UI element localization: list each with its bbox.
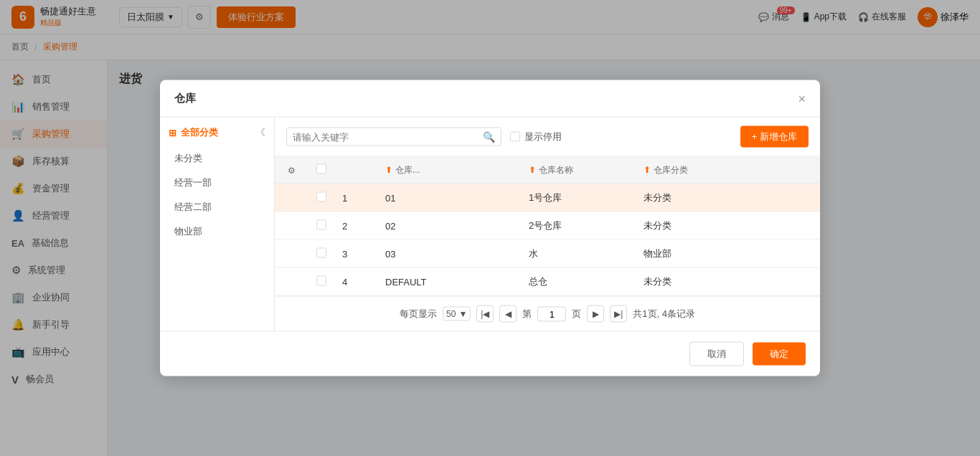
total-label: 共1页, 4条记录: [633, 308, 695, 320]
collapse-icon[interactable]: 《: [255, 126, 265, 139]
row-check-3: [308, 239, 334, 267]
category-item-3[interactable]: 物业部: [160, 219, 274, 244]
category-header: ⊞ 全部分类 《: [160, 126, 274, 146]
category-item-2[interactable]: 经营二部: [160, 195, 274, 219]
page-number-input[interactable]: [537, 306, 566, 321]
row-num-1: 1: [334, 184, 377, 212]
per-page-select[interactable]: 50 ▼: [443, 307, 471, 321]
all-categories-label: 全部分类: [181, 126, 218, 139]
cancel-button[interactable]: 取消: [689, 342, 744, 366]
row-code-3: 03: [377, 239, 520, 267]
all-categories-item[interactable]: ⊞ 全部分类: [169, 126, 218, 139]
row-cat-4: 未分类: [635, 267, 820, 295]
search-input-wrap: 🔍: [286, 128, 501, 146]
category-item-1[interactable]: 经营一部: [160, 171, 274, 195]
warehouse-table: ⚙ ⬆仓库... ⬆仓库名称 ⬆仓库分类 1 01 1号仓库 未分类 2 02 …: [275, 157, 820, 296]
show-disabled-checkbox[interactable]: [510, 132, 520, 142]
row-name-1: 1号仓库: [520, 184, 635, 212]
select-all-checkbox[interactable]: [316, 164, 326, 174]
col-check-header: [308, 157, 334, 184]
page-label: 第: [522, 308, 532, 320]
table-area: 🔍 显示停用 + 新增仓库 ⚙ ⬆仓库... ⬆仓库名称 ⬆仓库分类: [275, 118, 820, 331]
row-cat-2: 未分类: [635, 212, 820, 239]
col-cat-header: ⬆仓库分类: [635, 157, 820, 184]
table-row[interactable]: 1 01 1号仓库 未分类: [275, 184, 820, 212]
row-cat-3: 物业部: [635, 239, 820, 267]
table-scroll: ⚙ ⬆仓库... ⬆仓库名称 ⬆仓库分类 1 01 1号仓库 未分类 2 02 …: [275, 157, 820, 296]
row-check-4: [308, 267, 334, 295]
row-checkbox-4[interactable]: [316, 275, 326, 285]
settings-icon: ⚙: [288, 165, 296, 175]
row-cat-1: 未分类: [635, 184, 820, 212]
row-num-2: 2: [334, 212, 377, 239]
warehouse-modal: 仓库 × ⊞ 全部分类 《 未分类 经营一部 经营二部 物业部 🔍: [160, 80, 820, 376]
confirm-button[interactable]: 确定: [753, 343, 806, 366]
pagination: 每页显示 50 ▼ |◀ ◀ 第 页 ▶ ▶| 共1页, 4条记录: [275, 296, 820, 331]
modal-close-button[interactable]: ×: [798, 92, 806, 105]
row-code-4: DEFAULT: [377, 267, 520, 295]
modal-header: 仓库 ×: [160, 80, 820, 118]
page-last-button[interactable]: ▶|: [610, 305, 627, 323]
row-settings-4: [275, 267, 308, 295]
table-body: 1 01 1号仓库 未分类 2 02 2号仓库 未分类 3 03 水 物业部: [275, 184, 820, 295]
row-checkbox-2[interactable]: [316, 219, 326, 229]
row-code-2: 02: [377, 212, 520, 239]
row-name-4: 总仓: [520, 267, 635, 295]
row-check-2: [308, 212, 334, 239]
table-row[interactable]: 3 03 水 物业部: [275, 239, 820, 267]
row-check-1: [308, 184, 334, 212]
col-name-header: ⬆仓库名称: [520, 157, 635, 184]
modal-title: 仓库: [174, 92, 196, 105]
category-sidebar: ⊞ 全部分类 《 未分类 经营一部 经营二部 物业部: [160, 118, 275, 331]
per-page-chevron: ▼: [458, 309, 467, 319]
col-settings-header: ⚙: [275, 157, 308, 184]
per-page-value: 50: [446, 309, 456, 319]
grid-icon: ⊞: [169, 127, 176, 138]
row-checkbox-1[interactable]: [316, 191, 326, 201]
search-icon: 🔍: [483, 131, 495, 143]
page-suffix: 页: [572, 308, 581, 320]
col-code-header: ⬆仓库...: [377, 157, 520, 184]
row-settings-3: [275, 239, 308, 267]
add-warehouse-button[interactable]: + 新增仓库: [740, 126, 809, 148]
row-code-1: 01: [377, 184, 520, 212]
page-prev-button[interactable]: ◀: [499, 305, 517, 323]
table-toolbar: 🔍 显示停用 + 新增仓库: [275, 118, 820, 157]
category-item-uncategorized[interactable]: 未分类: [160, 146, 274, 171]
table-row[interactable]: 4 DEFAULT 总仓 未分类: [275, 267, 820, 295]
col-num-header: [334, 157, 377, 184]
table-row[interactable]: 2 02 2号仓库 未分类: [275, 212, 820, 239]
row-settings-1: [275, 184, 308, 212]
search-input[interactable]: [293, 131, 479, 142]
show-disabled-text: 显示停用: [524, 130, 562, 143]
row-name-2: 2号仓库: [520, 212, 635, 239]
modal-footer: 取消 确定: [160, 331, 820, 376]
modal-body: ⊞ 全部分类 《 未分类 经营一部 经营二部 物业部 🔍 显示停用: [160, 118, 820, 331]
per-page-label: 每页显示: [400, 308, 437, 320]
page-first-button[interactable]: |◀: [476, 305, 494, 323]
row-name-3: 水: [520, 239, 635, 267]
row-num-3: 3: [334, 239, 377, 267]
row-settings-2: [275, 212, 308, 239]
show-disabled-label[interactable]: 显示停用: [510, 130, 562, 143]
row-num-4: 4: [334, 267, 377, 295]
row-checkbox-3[interactable]: [316, 247, 326, 257]
table-head: ⚙ ⬆仓库... ⬆仓库名称 ⬆仓库分类: [275, 157, 820, 184]
page-next-button[interactable]: ▶: [587, 305, 604, 323]
